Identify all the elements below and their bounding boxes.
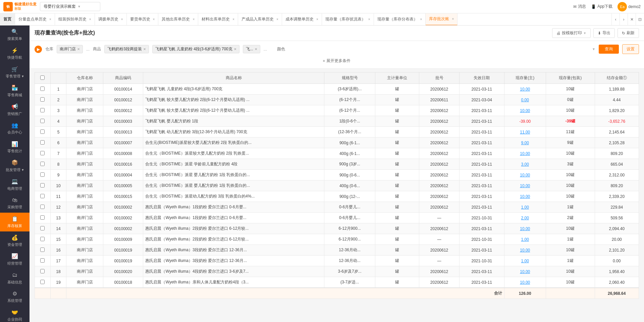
export-btn[interactable]: ⬇ 导出 [593, 28, 615, 38]
tab-cheng-ben[interactable]: 成本调整单历史× [282, 13, 322, 25]
tab-cai-liao[interactable]: 材料出库单历史× [198, 13, 238, 25]
row-stock-main: 10.00 [504, 223, 546, 234]
row-unit: 罐 [375, 116, 419, 127]
row-batch: 20200612 [419, 105, 459, 116]
top-bar: 畅 畅捷通好生意 标版 母婴行业演示账套 ▼ ✉ 消息 📱 App下载 Ea d… [0, 0, 644, 13]
expand-more-btn[interactable]: ≡ 展开更多条件 [35, 57, 639, 65]
tab-label-qi-ta: 其他出库单历史 [162, 16, 190, 22]
table-row: 16南岸门店00100019惠氏启晨（Wyeth illuma）3段奶粉 爱尔兰… [35, 245, 639, 256]
warehouse-label: 仓库 [45, 46, 53, 52]
row-spec: 12-36月幼... [324, 245, 375, 256]
tab-close-xian-cun-zhuang[interactable]: × [368, 17, 370, 21]
tab-close-diao-bo[interactable]: × [121, 17, 123, 21]
row-expire: 2021-10-31 [459, 213, 504, 223]
sidebar-item-retail[interactable]: 🛒零售管理 ▾ [0, 63, 30, 82]
sidebar-item-basic[interactable]: 🗂基础信息 [0, 269, 30, 287]
user-label: demo2 [628, 4, 641, 9]
query-label: 查询 [605, 46, 613, 52]
tab-close-yao-huo[interactable]: × [153, 17, 155, 21]
row-product-code: 00100013 [103, 127, 143, 138]
remove-product-1-icon[interactable]: ✕ [143, 47, 146, 51]
search-icon: 🔍 [2, 28, 28, 36]
tab-next-btn[interactable]: › [620, 13, 628, 25]
row-stock-main: 1.00 [504, 202, 546, 213]
tab-xian-cun-zhuang[interactable]: 现存量（库存状况表）× [322, 13, 374, 25]
remove-warehouse-icon[interactable]: ✕ [77, 47, 80, 51]
row-warehouse: 南岸门店 [66, 256, 103, 266]
row-expire: 2021-03-11 [459, 105, 504, 116]
product-tag-2[interactable]: 飞鹤星飞帆 儿童奶粉 4段(3-6岁适用) 700克 ✕ [152, 45, 239, 53]
row-stock-main: 1.00 [504, 234, 546, 245]
tab-close-xian-cun-fen[interactable]: × [420, 17, 422, 21]
sidebar-item-search[interactable]: 🔍搜索英单 [0, 25, 30, 44]
print-btn[interactable]: 🖨 按模板打印 ▼ [552, 28, 591, 38]
product-ellipsis[interactable]: ... [264, 47, 267, 52]
sidebar-item-shortcut[interactable]: ⚡快捷导航 [0, 44, 30, 63]
row-batch: 20200612 [419, 266, 459, 277]
messages-btn[interactable]: ✉ 消息 [573, 4, 586, 9]
tab-close-zu-zhuang[interactable]: × [89, 17, 91, 21]
tab-close-qi-ta[interactable]: × [193, 17, 195, 21]
warehouse-tag[interactable]: 南岸门店 ✕ [57, 45, 83, 53]
tab-qi-ta[interactable]: 其他出库单历史× [158, 13, 198, 25]
product-tag-3[interactable]: 飞... ✕ [243, 45, 260, 53]
export-icon: ⬇ [598, 31, 601, 36]
expand-toggle-btn[interactable]: ▶ [35, 46, 42, 53]
row-warehouse: 南岸门店 [66, 266, 103, 277]
app-download-btn[interactable]: 📱 App下载 [591, 4, 612, 9]
row-checkbox [35, 277, 51, 288]
tab-home[interactable]: 首页 [0, 13, 15, 25]
tab-zu-zhuang[interactable]: 组装拆卸单历史× [55, 13, 95, 25]
tab-close-ku-cun-pi[interactable]: × [452, 17, 454, 21]
row-stock-pkg: 10罐 [546, 84, 595, 95]
tab-expand-btn[interactable]: ⊡ [636, 13, 644, 25]
tab-chan-cheng[interactable]: 产成品入库单历史× [238, 13, 282, 25]
row-spec: 900g (3岁... [324, 159, 375, 170]
sidebar-item-wholesale[interactable]: 📦批发管理 ▾ [0, 156, 30, 175]
tab-prev-btn[interactable]: ‹ [612, 13, 620, 25]
tab-xian-cun-fen[interactable]: 现存量（库存分布表）× [374, 13, 426, 25]
warehouse-ellipsis[interactable]: ... [86, 47, 90, 52]
row-expire: 2021-03-11 [459, 148, 504, 159]
account-selector[interactable]: 母婴行业演示账套 ▼ [40, 2, 100, 11]
user-profile[interactable]: Ea demo2 [618, 2, 641, 11]
tab-yao-huo[interactable]: 要货单历史× [127, 13, 159, 25]
sidebar-item-retail-shop[interactable]: 🏪零售商城 [0, 82, 30, 100]
product-tag-1[interactable]: 飞鹤奶粉3段两提装 ✕ [104, 45, 149, 53]
settings-btn[interactable]: 设置 [622, 44, 639, 54]
refresh-btn[interactable]: ↻ 刷新 [618, 28, 639, 38]
sidebar-item-enterprise[interactable]: 🤝企业协同 [0, 306, 30, 322]
sidebar-item-purchase[interactable]: 🛍采购管理 [0, 194, 30, 213]
sidebar-item-system[interactable]: ⚙系统管理 [0, 287, 30, 306]
row-stock-main: 2.00 [504, 213, 546, 223]
remove-product-3-icon[interactable]: ✕ [255, 47, 257, 51]
row-balance: 2,101.20 [595, 245, 639, 256]
sidebar-item-stats[interactable]: 📊零售统计 [0, 138, 30, 157]
row-stock-main: 10.00 [504, 266, 546, 277]
sidebar-item-member[interactable]: 👥会员中心 [0, 119, 30, 138]
tab-fen-pan[interactable]: 分量盘点单历史× [15, 13, 55, 25]
nav-tabs: 首页分量盘点单历史×组装拆卸单历史×调拨单历史×要货单历史×其他出库单历史×材料… [0, 13, 644, 25]
tab-close-cai-liao[interactable]: × [232, 17, 234, 21]
tab-diao-bo[interactable]: 调拨单历史× [95, 13, 127, 25]
sidebar-item-finance[interactable]: 💰资金管理 [0, 231, 30, 250]
query-btn[interactable]: 查询 [599, 45, 619, 54]
tab-close-chan-cheng[interactable]: × [276, 17, 278, 21]
row-balance: 1,958.40 [595, 266, 639, 277]
sidebar-item-ecom[interactable]: 💻电商管理 [0, 175, 30, 194]
row-expire: 2021-03-11 [459, 277, 504, 288]
table-row: 8南岸门店00100016合生元（BIOSTIME）派星 学龄前儿童配方奶粉 4… [35, 159, 639, 170]
tab-ku-cun-pi[interactable]: 库存批次账× [426, 13, 458, 25]
sidebar-item-inventory[interactable]: 📋库存核算 [0, 213, 30, 231]
tab-close-fen-pan[interactable]: × [49, 17, 51, 21]
sidebar-item-operation[interactable]: 📈经营管理 [0, 250, 30, 269]
row-product-name: 飞鹤星飞帆 较大婴儿配方奶粉 2段(6-12个月婴幼儿适用) ... [143, 95, 324, 105]
sidebar-item-marketing[interactable]: 📢营销推广 [0, 100, 30, 119]
tab-close-cheng-ben[interactable]: × [316, 17, 318, 21]
tab-close-btn[interactable]: ✕ [628, 13, 636, 25]
row-product-code: 00100012 [103, 105, 143, 116]
col-header-stock_pkg: 现存量(包装) [546, 72, 595, 84]
select-all-checkbox[interactable] [40, 75, 45, 80]
row-product-name: 惠氏启晨（Wyeth illuma）亲和人体儿童配方奶粉4段（3... [143, 277, 324, 288]
remove-product-2-icon[interactable]: ✕ [234, 47, 236, 51]
